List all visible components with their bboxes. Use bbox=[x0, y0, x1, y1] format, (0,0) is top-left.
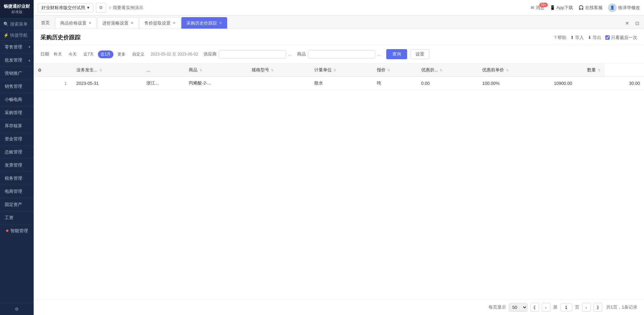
sidebar-search[interactable]: 🔍 搜索菜单 bbox=[0, 19, 34, 30]
prev-page-btn[interactable]: ‹ bbox=[542, 303, 550, 312]
page-input[interactable] bbox=[560, 304, 572, 311]
sidebar-item-finance[interactable]: 资金管理 bbox=[0, 133, 34, 146]
demo-link[interactable]: ○ 我要看实例演示 bbox=[109, 5, 143, 11]
sort-original-icon: ⇅ bbox=[506, 68, 509, 72]
user-btn[interactable]: 👤 徐泽华修改 bbox=[608, 3, 640, 12]
tab-sale-price-close-icon[interactable]: ✕ bbox=[173, 21, 176, 25]
sort-quantity-icon: ⇅ bbox=[598, 68, 601, 72]
query-button[interactable]: 查询 bbox=[386, 49, 407, 59]
sidebar-retail-label: 零售管理 bbox=[5, 44, 22, 50]
tab-price-close-icon[interactable]: ✕ bbox=[88, 21, 92, 25]
sort-unit-icon: ⇅ bbox=[333, 68, 336, 72]
tab-price[interactable]: 商品价格设置 ✕ bbox=[55, 17, 97, 29]
sidebar-item-purchase[interactable]: 采购管理 bbox=[0, 106, 34, 119]
sidebar-finance-label: 资金管理 bbox=[5, 136, 22, 142]
pagination: 每页显示 50 10 20 100 ⟪ ‹ 第 页 › ⟫ 共1页，1条记录 bbox=[34, 299, 644, 315]
service-btn[interactable]: 🎧 在线客服 bbox=[578, 5, 603, 11]
per-page-select[interactable]: 50 10 20 100 bbox=[509, 303, 528, 312]
app-download-btn[interactable]: 📱 App下载 bbox=[550, 5, 573, 11]
sidebar-item-sales[interactable]: 销售管理 bbox=[0, 80, 34, 93]
sidebar-ecommerce-label: 电商管理 bbox=[5, 188, 22, 195]
topbar-gear-icon: ⚙ bbox=[99, 5, 103, 10]
col-discount[interactable]: 优惠折... ⇅ bbox=[417, 64, 478, 77]
sidebar-retail-arrow: ▾ bbox=[29, 45, 30, 49]
version-select[interactable]: 好业财标准版交付试用 ▾ bbox=[38, 3, 93, 12]
tab-home[interactable]: 首页 bbox=[36, 17, 55, 29]
col-gear[interactable]: ⚙ bbox=[34, 64, 59, 77]
cell-price-unit: 吨 bbox=[373, 77, 417, 90]
tab-purchase-strategy[interactable]: 进价策略设置 ✕ bbox=[97, 17, 139, 29]
sidebar-quicknav[interactable]: ⚡ 快捷导航 bbox=[0, 30, 34, 41]
cell-supplier: 浙江... bbox=[142, 77, 185, 90]
col-goods[interactable]: 商品 ⇅ bbox=[185, 64, 247, 77]
page-header: 采购历史价跟踪 ? 帮助 ⬆ 导入 ⬇ 导出 只看最后一次 bbox=[34, 29, 644, 45]
tab-purchase-strategy-close-icon[interactable]: ✕ bbox=[131, 21, 134, 25]
goods-input[interactable] bbox=[308, 50, 375, 59]
sort-goods-icon: ⇅ bbox=[200, 68, 202, 72]
only-last-checkbox[interactable] bbox=[605, 35, 610, 40]
table-gear-icon: ⚙ bbox=[38, 68, 42, 73]
message-btn[interactable]: ✉ 消息 99+ bbox=[531, 5, 544, 11]
logo-sub: 标准版 bbox=[3, 9, 31, 14]
cell-spec bbox=[248, 77, 310, 90]
tab-sale-price[interactable]: 售价提取设置 ✕ bbox=[139, 17, 181, 29]
sidebar-item-inventory[interactable]: 库存核算 bbox=[0, 119, 34, 133]
per-page-label: 每页显示 bbox=[489, 304, 506, 310]
date-btn-1month[interactable]: 近1月 bbox=[98, 50, 114, 58]
sidebar-item-fixed-assets[interactable]: 固定资产 bbox=[0, 198, 34, 211]
settings-button[interactable]: 设置 bbox=[410, 49, 429, 59]
col-spec[interactable]: 规格型号 ⇅ bbox=[248, 64, 310, 77]
export-link[interactable]: ⬇ 导出 bbox=[588, 35, 601, 41]
sidebar-item-ecommerce[interactable]: 电商管理 bbox=[0, 185, 34, 198]
sidebar-item-invoice[interactable]: 发票管理 bbox=[0, 159, 34, 172]
import-link[interactable]: ⬆ 导入 bbox=[570, 35, 584, 41]
sidebar-sales-label: 销售管理 bbox=[5, 83, 22, 90]
date-btn-custom[interactable]: 自定义 bbox=[130, 50, 147, 58]
sidebar-item-payroll[interactable]: 工资 bbox=[0, 211, 34, 224]
sidebar-item-retail[interactable]: 零售管理 ▾ bbox=[0, 41, 34, 54]
sort-date-icon: ⇅ bbox=[99, 68, 102, 72]
col-original[interactable]: 优惠前单价 ⇅ bbox=[478, 64, 550, 77]
sidebar-item-ledger[interactable]: 总账管理 bbox=[0, 146, 34, 159]
page-header-actions: ? 帮助 ⬆ 导入 ⬇ 导出 只看最后一次 bbox=[554, 35, 637, 41]
sidebar-item-tax[interactable]: 税务管理 bbox=[0, 172, 34, 185]
tab-close-btn[interactable]: ✕ bbox=[623, 19, 631, 27]
sidebar-item-intelligent[interactable]: 智能管理 bbox=[0, 224, 34, 237]
tabbar-right-controls: ✕ ⊡ bbox=[623, 19, 641, 27]
col-unit[interactable]: 计量单位 ⇅ bbox=[310, 64, 373, 77]
tab-history-price[interactable]: 采购历史价跟踪 ✕ bbox=[181, 17, 227, 29]
tab-expand-btn[interactable]: ⊡ bbox=[633, 19, 641, 27]
cell-original: 10900.00 bbox=[550, 77, 604, 90]
sidebar-ledger-label: 总账管理 bbox=[5, 149, 22, 155]
sidebar-item-marketing[interactable]: 营销推广 bbox=[0, 67, 34, 80]
message-badge: 99+ bbox=[539, 3, 548, 7]
date-btn-more[interactable]: 更多 bbox=[115, 50, 128, 58]
sort-price-icon: ⇅ bbox=[387, 68, 390, 72]
supplier-input[interactable] bbox=[219, 50, 286, 59]
tab-history-price-close-icon[interactable]: ✕ bbox=[219, 21, 222, 25]
col-price[interactable]: 报价 ⇅ bbox=[373, 64, 417, 77]
col-quantity[interactable]: 数量 ⇅ bbox=[550, 64, 604, 77]
next-page-btn[interactable]: › bbox=[582, 303, 591, 312]
topbar-settings-btn[interactable]: ⚙ bbox=[96, 3, 106, 13]
quicknav-icon: ⚡ bbox=[3, 33, 9, 38]
col-date[interactable]: 业务发生... ⇅ bbox=[72, 64, 142, 77]
tabbar: 首页 商品价格设置 ✕ 进价策略设置 ✕ 售价提取设置 ✕ 采购历史价跟踪 ✕ … bbox=[34, 15, 644, 29]
date-btn-today[interactable]: 今天 bbox=[66, 50, 79, 58]
help-link[interactable]: ? 帮助 bbox=[554, 35, 566, 41]
date-btn-7days[interactable]: 近7天 bbox=[81, 50, 97, 58]
sidebar-settings-bottom[interactable]: ⚙ bbox=[0, 303, 34, 315]
sidebar-item-wholesale[interactable]: 批发管理 ▴ bbox=[0, 54, 34, 67]
tab-sale-price-label: 售价提取设置 bbox=[144, 20, 171, 26]
goods-more-icon[interactable]: ... bbox=[377, 52, 381, 57]
table-header-row: ⚙ 业务发生... ⇅ ... 商品 ⇅ 规格型号 ⇅ 计量单位 ⇅ 报价 ⇅ … bbox=[34, 64, 644, 77]
date-btn-yesterday[interactable]: 昨天 bbox=[51, 50, 65, 58]
sidebar-item-ecommerce-mini[interactable]: 小畅电商 bbox=[0, 93, 34, 106]
col-more[interactable]: ... bbox=[142, 64, 185, 77]
sidebar: 畅捷通好业财 标准版 🔍 搜索菜单 ⚡ 快捷导航 零售管理 ▾ 批发管理 ▴ 营… bbox=[0, 0, 34, 315]
last-page-btn[interactable]: ⟫ bbox=[594, 303, 602, 312]
only-last-checkbox-label[interactable]: 只看最后一次 bbox=[605, 35, 637, 41]
supplier-more-icon[interactable]: ... bbox=[288, 52, 292, 57]
first-page-btn[interactable]: ⟪ bbox=[530, 303, 539, 312]
main-table: ⚙ 业务发生... ⇅ ... 商品 ⇅ 规格型号 ⇅ 计量单位 ⇅ 报价 ⇅ … bbox=[34, 64, 644, 90]
